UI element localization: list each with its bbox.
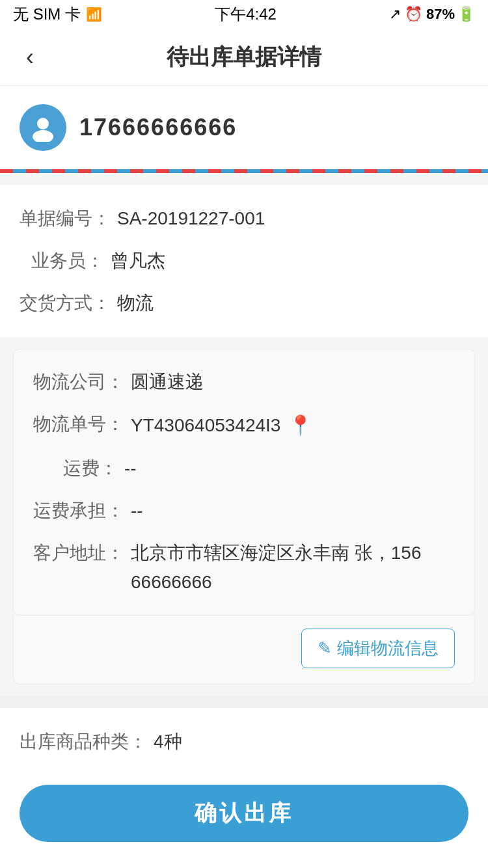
- freight-label: 运费：: [33, 454, 124, 483]
- freight-bear-value: --: [131, 496, 455, 526]
- location-pin-icon[interactable]: 📍: [288, 410, 312, 441]
- staff-row: 业务员： 曾凡杰: [20, 247, 468, 276]
- battery-icon: 🔋: [457, 6, 475, 23]
- freight-bear-row: 运费承担： --: [33, 496, 455, 526]
- address-row: 客户地址： 北京市市辖区海淀区永丰南 张，156 66666666: [33, 539, 455, 597]
- status-bar: 无 SIM 卡 📶 下午4:42 ↗ ⏰ 87% 🔋: [0, 0, 488, 29]
- edit-btn-label: 编辑物流信息: [337, 637, 439, 660]
- alarm-icon: ⏰: [405, 6, 422, 23]
- nav-title: 待出库单据详情: [167, 42, 321, 72]
- order-number-value: SA-20191227-001: [117, 204, 468, 234]
- freight-value: --: [124, 454, 455, 483]
- status-right: ↗ ⏰ 87% 🔋: [389, 6, 475, 23]
- edit-logistics-button[interactable]: ✎ 编辑物流信息: [301, 629, 455, 668]
- logistics-tracking-label: 物流单号：: [33, 410, 131, 439]
- logistics-company-row: 物流公司： 圆通速递: [33, 368, 455, 397]
- logistics-company-value: 圆通速递: [131, 368, 455, 397]
- content-area: 17666666666 单据编号： SA-20191227-001 业务员： 曾…: [0, 86, 488, 868]
- battery-indicator: 87% 🔋: [426, 6, 475, 23]
- user-phone: 17666666666: [79, 114, 237, 141]
- order-info-section: 单据编号： SA-20191227-001 业务员： 曾凡杰 交货方式： 物流: [0, 185, 488, 337]
- user-header: 17666666666: [0, 86, 488, 169]
- delivery-row: 交货方式： 物流: [20, 289, 468, 318]
- logistics-card: 物流公司： 圆通速递 物流单号： YT43064053424I3 📍 运费： -…: [13, 349, 475, 616]
- edit-btn-row: ✎ 编辑物流信息: [13, 616, 475, 685]
- location-status-icon: ↗: [389, 6, 401, 23]
- goods-type-value: 4种: [154, 727, 468, 757]
- wifi-icon: 📶: [86, 7, 102, 22]
- staff-label: 业务员：: [20, 247, 111, 276]
- nav-bar: ‹ 待出库单据详情: [0, 29, 488, 86]
- edit-icon: ✎: [318, 638, 332, 658]
- status-left: 无 SIM 卡 📶: [13, 4, 102, 25]
- address-value: 北京市市辖区海淀区永丰南 张，156 66666666: [131, 539, 455, 597]
- confirm-outbound-button[interactable]: 确认出库: [20, 785, 468, 842]
- goods-type-label: 出库商品种类：: [20, 727, 154, 757]
- status-time: 下午4:42: [215, 4, 277, 25]
- delivery-value: 物流: [117, 289, 468, 318]
- logistics-tracking-value: YT43064053424I3 📍: [131, 410, 455, 441]
- dashed-divider: [0, 169, 488, 173]
- staff-value: 曾凡杰: [111, 247, 468, 276]
- svg-point-0: [37, 118, 49, 129]
- back-button[interactable]: ‹: [20, 37, 40, 77]
- carrier-text: 无 SIM 卡: [13, 4, 81, 25]
- logistics-tracking-row: 物流单号： YT43064053424I3 📍: [33, 410, 455, 441]
- order-number-label: 单据编号：: [20, 204, 117, 234]
- address-label: 客户地址：: [33, 539, 131, 568]
- order-number-row: 单据编号： SA-20191227-001: [20, 204, 468, 234]
- avatar: [20, 104, 66, 151]
- confirm-btn-container: 确认出库: [0, 772, 488, 868]
- svg-point-1: [33, 130, 53, 142]
- section-divider: [0, 696, 488, 708]
- freight-bear-label: 运费承担：: [33, 496, 131, 526]
- logistics-company-label: 物流公司：: [33, 368, 131, 397]
- delivery-label: 交货方式：: [20, 289, 117, 318]
- freight-row: 运费： --: [33, 454, 455, 483]
- goods-type-row: 出库商品种类： 4种: [20, 727, 468, 757]
